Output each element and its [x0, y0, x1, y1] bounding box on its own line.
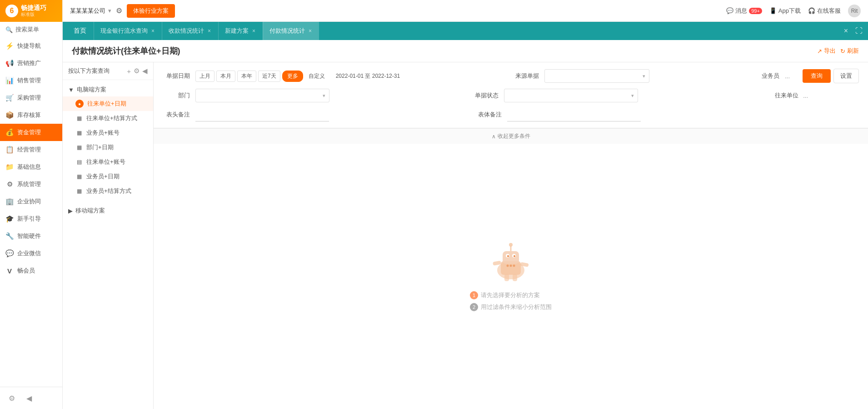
- date-btn-last-month[interactable]: 上月: [195, 71, 215, 82]
- scheme-collapse-btn[interactable]: ◀: [142, 67, 148, 75]
- sidebar-item-enterprise[interactable]: 🏢 企业协同: [0, 193, 62, 210]
- scheme-item-salesman-date[interactable]: ▦ 业务员+日期: [63, 169, 153, 184]
- header-settings-icon[interactable]: ⚙: [116, 6, 122, 15]
- scheme-item-salesman-payment[interactable]: ▦ 业务员+结算方式: [63, 184, 153, 198]
- sidebar-item-operation[interactable]: 📋 经营管理: [0, 141, 62, 158]
- tab-bank-close[interactable]: ×: [150, 27, 155, 35]
- scheme-item-dept-date[interactable]: ▦ 部门+日期: [63, 140, 153, 155]
- download-action[interactable]: 📱 App下载: [769, 7, 801, 15]
- svg-rect-2: [503, 251, 519, 264]
- source-select[interactable]: ▾: [544, 69, 649, 83]
- date-btn-this-month[interactable]: 本月: [216, 71, 235, 82]
- collapse-bar[interactable]: ∧ 收起更多条件: [154, 128, 868, 144]
- query-row-1: 单据日期 上月 本月 本年 近7天 更多 自定义 2022-01-01 至 20…: [163, 69, 859, 83]
- sidebar-item-inventory[interactable]: 📦 库存核算: [0, 106, 62, 124]
- sidebar-nav: ⚡ 快捷导航 📢 营销推广 📊 销售管理 🛒 采购管理 📦 库存核算 💰 资金管…: [0, 37, 62, 387]
- sidebar-item-purchase[interactable]: 🛒 采购管理: [0, 89, 62, 106]
- empty-icon: [488, 238, 534, 284]
- sidebar-item-fund[interactable]: 💰 资金管理: [0, 124, 62, 141]
- scheme-group-mobile-title[interactable]: ▶ 移动端方案: [63, 204, 153, 217]
- scheme-item-salesman-account[interactable]: ▦ 业务员+账号: [63, 126, 153, 140]
- page-header: 付款情况统计(往来单位+日期) ↗ 导出 ↻ 刷新: [63, 40, 868, 62]
- tab-new-scheme[interactable]: 新建方案 ×: [218, 22, 263, 40]
- doc-status-select[interactable]: ▾: [504, 89, 638, 102]
- scheme-icon-1: ▦: [75, 129, 83, 136]
- scheme-settings-btn[interactable]: ⚙: [134, 67, 140, 75]
- header-note-input[interactable]: [195, 108, 329, 121]
- sidebar-item-system[interactable]: ⚙ 系统管理: [0, 176, 62, 193]
- sidebar-settings-btn[interactable]: ⚙: [5, 392, 18, 404]
- scheme-item-unit-date[interactable]: ● 往来单位+日期: [63, 96, 153, 111]
- sidebar-collapse-btn[interactable]: ◀: [23, 392, 35, 404]
- tab-bank[interactable]: 现金银行流水查询 ×: [94, 22, 162, 40]
- result-area: 1 请先选择要分析的方案 2 用过滤条件来缩小分析范围: [154, 144, 868, 409]
- search-btn[interactable]: 查询: [803, 69, 831, 83]
- query-btn-group: 查询 设置: [803, 69, 859, 83]
- company-selector[interactable]: 某某某某公司 ▾: [70, 7, 111, 15]
- message-action[interactable]: 💬 消息 99+: [726, 7, 762, 15]
- guide-icon: 🎓: [5, 215, 14, 223]
- weixin-icon: 💬: [5, 249, 14, 258]
- date-btn-more[interactable]: 更多: [282, 71, 303, 82]
- export-btn[interactable]: ↗ 导出: [817, 47, 836, 55]
- sidebar-item-sales[interactable]: 📊 销售管理: [0, 72, 62, 89]
- support-icon: 🎧: [808, 7, 815, 14]
- tab-bar-actions: × ⛶: [842, 25, 864, 37]
- doc-status-arrow-icon: ▾: [631, 93, 634, 99]
- avatar[interactable]: Rit: [848, 5, 861, 17]
- search-menu[interactable]: 🔍 搜索菜单: [0, 22, 62, 37]
- source-arrow-icon: ▾: [643, 73, 645, 79]
- scheme-item-unit-payment[interactable]: ▦ 往来单位+结算方式: [63, 111, 153, 126]
- date-btn-7days[interactable]: 近7天: [258, 71, 280, 82]
- sidebar-item-hardware[interactable]: 🔧 智能硬件: [0, 227, 62, 245]
- trial-btn[interactable]: 体验行业方案: [127, 4, 175, 18]
- tab-new-scheme-close[interactable]: ×: [251, 27, 256, 35]
- svg-point-15: [513, 264, 515, 267]
- date-custom[interactable]: 自定义: [305, 71, 329, 81]
- tab-bar: 首页 现金银行流水查询 × 收款情况统计 × 新建方案 × 付款情况统计 × ×…: [63, 22, 868, 40]
- sidebar-item-weixin[interactable]: 💬 企业微信: [0, 245, 62, 262]
- hardware-icon: 🔧: [5, 232, 14, 240]
- settings-btn[interactable]: 设置: [833, 69, 859, 83]
- date-label: 单据日期: [163, 72, 190, 80]
- unit-value[interactable]: ...: [803, 92, 808, 99]
- mobile-group-arrow: ▶: [68, 207, 73, 214]
- close-all-btn[interactable]: ×: [842, 25, 850, 37]
- sidebar-item-marketing[interactable]: 📢 营销推广: [0, 55, 62, 72]
- header-left: 某某某某公司 ▾ ⚙ 体验行业方案: [70, 4, 175, 18]
- refresh-btn[interactable]: ↻ 刷新: [840, 47, 859, 55]
- tip-num-1: 1: [470, 291, 478, 299]
- date-btns: 上月 本月 本年 近7天 更多 自定义: [195, 71, 329, 82]
- sidebar-item-quick-nav[interactable]: ⚡ 快捷导航: [0, 37, 62, 55]
- tab-payment-close[interactable]: ×: [308, 27, 313, 35]
- scheme-icon-3: ▤: [75, 158, 83, 166]
- content-area: 按以下方案查询 + ⚙ ◀ ▼ 电脑端方案 ● 往来单位+日期 ▦: [63, 62, 868, 409]
- tab-payment[interactable]: 付款情况统计 ×: [263, 22, 319, 40]
- sidebar-item-guide[interactable]: 🎓 新手引导: [0, 210, 62, 227]
- body-note-label: 表体备注: [470, 111, 502, 119]
- vip-icon: V: [5, 267, 14, 275]
- sidebar-item-basic[interactable]: 📁 基础信息: [0, 158, 62, 176]
- scheme-icon-2: ▦: [75, 144, 83, 151]
- desktop-group-arrow: ▼: [68, 86, 74, 93]
- enterprise-icon: 🏢: [5, 197, 14, 206]
- maximize-btn[interactable]: ⛶: [853, 25, 864, 37]
- empty-tip-1: 1 请先选择要分析的方案: [470, 291, 552, 299]
- header-note-label: 表头备注: [163, 111, 190, 119]
- support-action[interactable]: 🎧 在线客服: [808, 7, 841, 15]
- dept-select[interactable]: ▾: [195, 89, 329, 102]
- salesman-value[interactable]: ...: [785, 73, 790, 80]
- tab-home[interactable]: 首页: [66, 22, 94, 40]
- body-note-input[interactable]: [507, 108, 641, 121]
- scheme-group-desktop-title[interactable]: ▼ 电脑端方案: [63, 83, 153, 96]
- tab-receipt-close[interactable]: ×: [207, 27, 212, 35]
- scheme-add-btn[interactable]: +: [127, 67, 131, 75]
- header-right: 💬 消息 99+ 📱 App下载 🎧 在线客服 Rit: [726, 5, 861, 17]
- scheme-item-unit-account[interactable]: ▤ 往来单位+账号: [63, 155, 153, 169]
- tab-receipt[interactable]: 收款情况统计 ×: [162, 22, 218, 40]
- date-btn-this-year[interactable]: 本年: [237, 71, 256, 82]
- company-dropdown-icon[interactable]: ▾: [108, 7, 111, 14]
- scheme-icon-4: ▦: [75, 173, 83, 180]
- sidebar-item-vip[interactable]: V 畅会员: [0, 262, 62, 279]
- company-name: 某某某某公司: [70, 7, 105, 15]
